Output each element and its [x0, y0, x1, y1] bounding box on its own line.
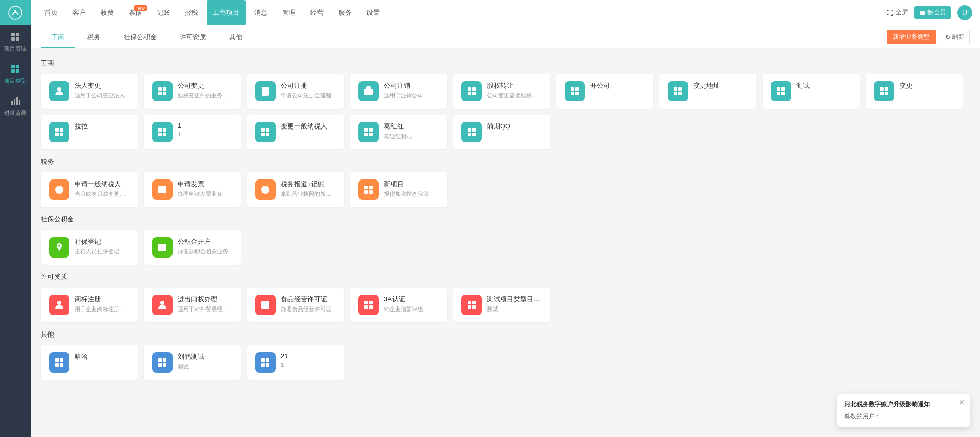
card-title: 公积金开户 [178, 237, 233, 246]
refresh-button[interactable]: ↻ 刷新 [940, 30, 970, 44]
card-new-project[interactable]: 新项目 报税加税控盘保管 [350, 172, 447, 207]
svg-rect-10 [11, 101, 13, 105]
card-haha[interactable]: 哈哈 [41, 345, 138, 380]
card-company-register[interactable]: 公司注册 申请公司注册全流程 [247, 74, 344, 109]
card-apply-tax[interactable]: ¥ 申请一般纳税人 当月或次月成变更完成 [41, 172, 138, 207]
card-import-export[interactable]: 进出口权办理 适用于对外贸易经营者 [144, 288, 241, 322]
gongshang-title: 工商 [41, 59, 970, 68]
card-3a-cert[interactable]: 3A认证 对企业信誉评级 [350, 288, 447, 322]
card-title: 测试 [796, 81, 851, 90]
card-icon-test-type [461, 295, 482, 315]
sidebar-item-project-manage[interactable]: 项目管理 [0, 25, 31, 58]
svg-rect-94 [60, 363, 63, 367]
card-icon-apply-invoice [152, 179, 173, 200]
card-desc: 葛红红测试 [384, 133, 439, 140]
nav-settings[interactable]: 设置 [360, 0, 386, 25]
card-mahonghong[interactable]: 葛红红 葛红红测试 [350, 115, 447, 149]
card-desc: 办理食品经营许可证 [281, 305, 336, 313]
sidebar-item-progress-monitor[interactable]: 进度监测 [0, 90, 31, 122]
card-apply-invoice[interactable]: 申请发票 办理申请发票业务 [144, 172, 241, 207]
svg-rect-73 [369, 186, 373, 189]
svg-rect-24 [364, 89, 373, 95]
card-company-change[interactable]: 公司变更 股权变更外的业务变更 [144, 74, 241, 109]
card-title: 变更地址 [693, 81, 748, 90]
card-test-type[interactable]: 测试项目类型目定义 测试 [453, 288, 550, 322]
card-company-cancel[interactable]: 公司注销 适用于注销公司 [350, 74, 447, 109]
svg-rect-93 [55, 363, 59, 367]
svg-text:¥: ¥ [57, 187, 60, 193]
card-num21[interactable]: 21 1 [247, 345, 344, 380]
card-trademark[interactable]: 商标注册 用于企业商标注册服务 [41, 288, 138, 322]
card-title: 申请一般纳税人 [75, 179, 130, 189]
svg-rect-97 [158, 363, 162, 367]
nav-operations[interactable]: 经营 [304, 0, 330, 25]
card-icon-haha [49, 352, 69, 373]
nav-messages[interactable]: 消息 [248, 0, 274, 25]
card-open-company[interactable]: 开公司 [556, 74, 653, 109]
nav-customer[interactable]: 客户 [66, 0, 92, 25]
notification-close-button[interactable]: ✕ [959, 398, 965, 406]
tab-xuke[interactable]: 许可资质 [169, 28, 216, 48]
card-qqprev[interactable]: 前期QQ [453, 115, 550, 149]
card-provident-fund[interactable]: 公积金开户 办理公积金相关业务 [144, 230, 241, 265]
main-content: 工商 税务 社保公积金 许可资质 其他 新增业务类型 ↻ 刷新 工商 [31, 25, 980, 437]
card-desc: 公司变更需要股权转让 [487, 92, 542, 99]
sidebar-item-project-type[interactable]: 项目类型 [0, 58, 31, 90]
vip-button[interactable]: 畅会员 [914, 6, 951, 19]
card-icon-provident-fund [152, 237, 173, 258]
card-liupeng-test[interactable]: 刘鹏测试 测试 [144, 345, 241, 380]
svg-rect-8 [11, 69, 15, 73]
svg-rect-80 [261, 301, 270, 309]
svg-point-79 [160, 301, 164, 305]
svg-rect-43 [880, 92, 884, 95]
tab-shebao[interactable]: 社保公积金 [113, 28, 167, 48]
card-icon-company-cancel [358, 81, 379, 101]
nav-home[interactable]: 首页 [38, 0, 64, 25]
nav-business[interactable]: 工商项目 [207, 0, 246, 25]
tab-shuiwu[interactable]: 税务 [77, 28, 111, 48]
card-tax-report[interactable]: ¥ 税务报道+记账 拿到营业执照的新公司 [247, 172, 344, 207]
nav-management[interactable]: 管理 [276, 0, 302, 25]
svg-rect-85 [364, 305, 368, 309]
card-change1[interactable]: 变更 [866, 74, 963, 109]
svg-rect-45 [55, 128, 59, 132]
card-lala[interactable]: 拉拉 [41, 115, 138, 149]
svg-rect-31 [571, 92, 574, 95]
nav-services[interactable]: 服务 [332, 0, 358, 25]
card-equity-transfer[interactable]: 股权转让 公司变更需要股权转让 [453, 74, 550, 109]
svg-rect-98 [163, 363, 166, 367]
tab-actions: 新增业务类型 ↻ 刷新 [887, 30, 970, 44]
card-icon-test1 [771, 81, 791, 101]
tab-other[interactable]: 其他 [219, 28, 253, 48]
sidebar-item-label: 进度监测 [4, 109, 27, 117]
nav-tickets[interactable]: 票据 new [122, 0, 148, 25]
svg-rect-91 [55, 358, 59, 362]
fullscreen-btn[interactable]: 全屏 [887, 8, 908, 17]
svg-rect-49 [158, 128, 162, 132]
svg-rect-50 [163, 128, 166, 132]
card-legal-change[interactable]: 法人变更 适用于公司变更法人 [41, 74, 138, 109]
nav-billing[interactable]: 收费 [94, 0, 120, 25]
nav-tax[interactable]: 报税 [179, 0, 204, 25]
svg-rect-53 [261, 128, 265, 132]
card-social-register[interactable]: 社保登记 进行人员社保登记 [41, 230, 138, 265]
card-test1[interactable]: 测试 [763, 74, 860, 109]
card-num1[interactable]: 1 1 [144, 115, 241, 149]
svg-rect-27 [468, 92, 471, 95]
card-desc: 适用于公司变更法人 [75, 92, 130, 99]
card-icon-3a-cert [358, 295, 379, 315]
svg-rect-14 [920, 11, 925, 15]
new-type-button[interactable]: 新增业务类型 [887, 30, 936, 44]
tab-gongshang[interactable]: 工商 [41, 28, 75, 48]
svg-rect-100 [266, 358, 270, 362]
user-avatar[interactable]: U [957, 5, 972, 20]
svg-rect-54 [266, 128, 270, 132]
nav-accounting[interactable]: 记账 [151, 0, 176, 25]
card-food-license[interactable]: 食品经营许可证 办理食品经营许可证 [247, 288, 344, 322]
svg-rect-30 [575, 87, 579, 91]
card-change-address[interactable]: 变更地址 [659, 74, 756, 109]
svg-rect-88 [472, 301, 476, 304]
card-change-tax[interactable]: 变更一般纳税人 [247, 115, 344, 149]
card-desc: 适用于注销公司 [384, 92, 439, 99]
notification-content: 尊敬的用户： [844, 412, 963, 421]
